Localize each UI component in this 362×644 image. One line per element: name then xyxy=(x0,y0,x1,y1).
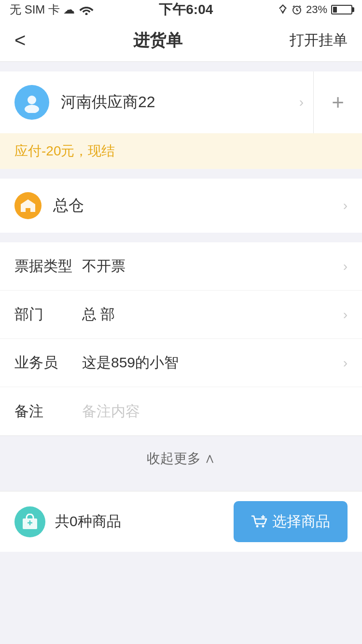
wifi-icon xyxy=(79,4,94,15)
gap-2 xyxy=(0,169,362,179)
form-section: 票据类型 不开票 › 部门 总 部 › 业务员 这是859的小智 › 备注 备注… xyxy=(0,242,362,435)
select-product-label: 选择商品 xyxy=(272,512,330,532)
gap-4 xyxy=(0,481,362,491)
gap-1 xyxy=(0,62,362,71)
add-supplier-button[interactable]: + xyxy=(314,71,362,133)
department-value: 总 部 xyxy=(82,305,337,324)
collapse-button[interactable]: 收起更多 ∧ xyxy=(0,435,362,481)
supplier-avatar xyxy=(14,85,49,120)
status-left: 无 SIM 卡 ☁ xyxy=(10,2,94,17)
page-title: 进货单 xyxy=(133,29,182,52)
select-product-button[interactable]: 选择商品 xyxy=(234,501,348,542)
warehouse-chevron-icon: › xyxy=(343,198,348,213)
product-icon xyxy=(14,506,45,537)
open-pending-button[interactable]: 打开挂单 xyxy=(290,30,348,50)
svg-point-0 xyxy=(85,13,87,15)
battery-icon xyxy=(331,5,352,14)
warehouse-selector[interactable]: 总仓 › xyxy=(0,179,362,233)
cart-icon xyxy=(251,515,267,529)
remark-row[interactable]: 备注 备注内容 xyxy=(0,387,362,435)
gap-3 xyxy=(0,233,362,242)
alarm-icon xyxy=(292,4,302,15)
status-bar: 无 SIM 卡 ☁ 下午6:04 23% xyxy=(0,0,362,19)
bottom-bar: 共0种商品 选择商品 xyxy=(0,491,362,552)
supplier-name: 河南供应商22 xyxy=(61,92,293,113)
svg-point-6 xyxy=(28,96,36,104)
notice-banner: 应付-20元，现结 xyxy=(0,133,362,169)
salesperson-value: 这是859的小智 xyxy=(82,353,337,373)
svg-line-4 xyxy=(293,6,294,7)
svg-point-7 xyxy=(25,105,39,113)
remark-input[interactable]: 备注内容 xyxy=(82,402,348,421)
location-icon xyxy=(278,4,288,15)
department-chevron-icon: › xyxy=(343,307,348,322)
invoice-type-chevron-icon: › xyxy=(343,259,348,274)
invoice-type-value: 不开票 xyxy=(82,256,337,276)
supplier-section: 河南供应商22 › + xyxy=(0,71,362,133)
salesperson-chevron-icon: › xyxy=(343,355,348,371)
content: 河南供应商22 › + 应付-20元，现结 总仓 › 票据类型 不开票 › 部门… xyxy=(0,62,362,552)
sim-label: 无 SIM 卡 ☁ xyxy=(10,2,75,17)
back-button[interactable]: < xyxy=(14,29,26,51)
department-label: 部门 xyxy=(14,305,82,324)
battery-percent: 23% xyxy=(306,3,327,16)
salesperson-label: 业务员 xyxy=(14,353,82,373)
status-right: 23% xyxy=(278,3,352,16)
nav-bar: < 进货单 打开挂单 xyxy=(0,19,362,62)
warehouse-icon xyxy=(14,192,42,219)
svg-line-5 xyxy=(299,6,301,7)
remark-label: 备注 xyxy=(14,402,82,421)
product-count-label: 共0种商品 xyxy=(55,512,234,532)
supplier-selector[interactable]: 河南供应商22 › xyxy=(0,71,314,133)
svg-point-13 xyxy=(262,525,265,527)
warehouse-label: 总仓 xyxy=(53,195,337,216)
svg-rect-8 xyxy=(26,208,30,212)
salesperson-row[interactable]: 业务员 这是859的小智 › xyxy=(0,339,362,387)
invoice-type-label: 票据类型 xyxy=(14,256,82,276)
svg-point-12 xyxy=(256,525,259,527)
supplier-chevron-icon: › xyxy=(299,95,304,110)
status-time: 下午6:04 xyxy=(159,0,213,19)
invoice-type-row[interactable]: 票据类型 不开票 › xyxy=(0,242,362,291)
department-row[interactable]: 部门 总 部 › xyxy=(0,291,362,339)
